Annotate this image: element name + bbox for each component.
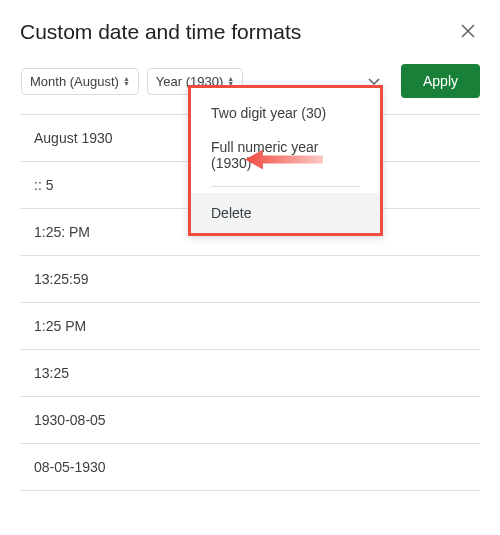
- close-button[interactable]: [456, 20, 480, 44]
- menu-divider: [211, 186, 360, 187]
- menu-item-delete-label: Delete: [211, 205, 251, 221]
- sort-icon: ▲▼: [123, 76, 130, 86]
- list-item[interactable]: 1930-08-05: [20, 397, 480, 444]
- menu-item-full-numeric-year[interactable]: Full numeric year (1930): [191, 130, 380, 180]
- list-item[interactable]: 13:25: [20, 350, 480, 397]
- menu-item-delete[interactable]: Delete: [191, 193, 380, 233]
- month-token-label: Month (August): [30, 74, 119, 89]
- year-token-menu: Two digit year (30) Full numeric year (1…: [188, 85, 383, 236]
- month-token[interactable]: Month (August) ▲▼: [21, 68, 139, 95]
- close-icon: [461, 22, 475, 43]
- apply-button[interactable]: Apply: [401, 64, 480, 98]
- list-item[interactable]: 08-05-1930: [20, 444, 480, 491]
- dialog-title: Custom date and time formats: [20, 20, 301, 44]
- list-item[interactable]: 1:25 PM: [20, 303, 480, 350]
- list-item[interactable]: 13:25:59: [20, 256, 480, 303]
- menu-item-two-digit-year[interactable]: Two digit year (30): [191, 96, 380, 130]
